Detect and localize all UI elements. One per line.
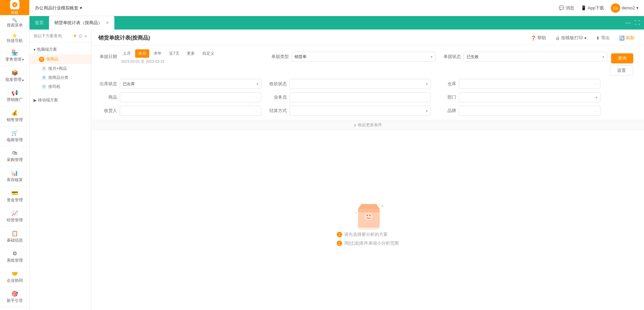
salesperson-input[interactable]: ···	[289, 92, 431, 102]
search-menu-label: 搜索菜单	[2, 22, 27, 28]
doc-status-select[interactable]: 已生效 ▾	[464, 52, 607, 62]
tip-num-2: 2	[337, 241, 342, 246]
sidebar-item-purchase[interactable]: 🛍 采购管理	[0, 147, 29, 166]
mobile-section-toggle[interactable]: ▶ 移动端方案	[30, 95, 91, 105]
collapse-arrow-icon: ∧	[354, 123, 357, 127]
page-title: 销货单统计表(按商品)	[98, 35, 150, 42]
svg-marker-1	[358, 204, 380, 209]
payment-status-dropdown-icon: ▾	[426, 82, 428, 86]
sidebar-item-sales[interactable]: 💰 销售管理	[0, 106, 29, 126]
scheme-collapse-button[interactable]: «	[85, 33, 87, 39]
header-left: 办公用品行业模拟账套 ▾	[35, 5, 82, 11]
product-label: 商品	[98, 94, 117, 100]
custom-btn[interactable]: 自定义	[199, 49, 217, 58]
sidebar-quick-nav[interactable]: ⭐ 快捷导航	[0, 31, 29, 46]
sidebar-item-app-center[interactable]: 📱 应用中心	[0, 307, 29, 310]
message-button[interactable]: 💬 消息	[559, 5, 574, 11]
payment-status-select[interactable]: ▾	[289, 79, 431, 89]
salesperson-dots-icon: ···	[424, 95, 428, 100]
this-year-btn[interactable]: 本年	[151, 49, 165, 58]
user-menu[interactable]: Ea demo2 ▾	[611, 3, 639, 13]
sales-icon: 💰	[11, 110, 18, 116]
tab-home[interactable]: 首页	[30, 16, 49, 30]
sidebar-item-system[interactable]: ⚙ 系统管理	[0, 247, 29, 267]
desktop-scheme-section: ▾ 电脑端方案 按 按商品 月 按月+商品 类 按商品分类 司 按司	[30, 43, 91, 93]
brand-input[interactable]: ···	[459, 106, 600, 116]
finance-icon: 💳	[11, 190, 18, 196]
department-select[interactable]: ▾	[459, 92, 600, 102]
refresh-button[interactable]: 🔄 刷新	[616, 34, 637, 42]
sidebar-search[interactable]: 🔍 搜索菜单	[0, 15, 29, 31]
tab-sales-stats[interactable]: 销货单统计表（按商品） ✕	[49, 16, 114, 30]
svg-text:✦: ✦	[355, 211, 357, 215]
collapse-bar[interactable]: ∧ 收起更多条件	[92, 120, 644, 130]
tab-minimize-button[interactable]: —	[624, 18, 632, 27]
action-buttons: 查询 设置	[607, 49, 637, 75]
sidebar-item-finance[interactable]: 💳 资金管理	[0, 187, 29, 207]
page-title-bar: 销货单统计表(按商品) ❓ 帮助 🖨 按模板打印 ▾ ⬇ 导出	[92, 30, 644, 45]
export-label: 导出	[601, 35, 610, 41]
page-actions: ❓ 帮助 🖨 按模板打印 ▾ ⬇ 导出 🔄 刷新	[528, 34, 637, 42]
help-button[interactable]: ❓ 帮助	[528, 34, 549, 42]
avatar: Ea	[611, 3, 620, 13]
sidebar-item-ecommerce[interactable]: 🛒 电商管理	[0, 126, 29, 147]
product-filter-cell: 商品 ···	[98, 92, 261, 102]
settlement-label: 结算方式	[268, 108, 287, 114]
settlement-select[interactable]: ▾	[289, 106, 431, 116]
export-button[interactable]: ⬇ 导出	[593, 34, 612, 42]
user-name: demo2	[622, 5, 635, 10]
tab-home-label: 首页	[35, 20, 44, 26]
sidebar-item-inventory[interactable]: 📊 库存核算	[0, 166, 29, 187]
scheme-settings-button[interactable]: ⊙	[78, 33, 83, 39]
last7-btn[interactable]: 近7天	[166, 49, 182, 58]
doc-type-filter-cell: 单据类型 销货单 ▾	[270, 52, 435, 62]
collapse-label: 收起更多条件	[358, 122, 382, 128]
product-input[interactable]: ···	[120, 92, 261, 102]
print-button[interactable]: 🖨 按模板打印 ▾	[553, 34, 589, 42]
sidebar-item-marketing[interactable]: 📢 营销推广	[0, 86, 29, 106]
scheme-sub-item-category[interactable]: 类 按商品分类	[30, 73, 91, 82]
sales-label: 销售管理	[7, 117, 23, 123]
scheme-panel-actions: + ⊙ «	[73, 33, 87, 39]
settlement-filter-cell: 结算方式 ▾	[268, 106, 431, 116]
settings-button[interactable]: 设置	[610, 65, 633, 75]
sidebar: 标账 🔍 搜索菜单 ⭐ 快捷导航 🏪 零售管理 ▾ 📦 批发管理 ▴ 📢 营销推…	[0, 0, 30, 310]
doc-status-label: 单据状态	[442, 54, 461, 60]
brand-filter-cell: 品牌 ···	[437, 106, 600, 116]
tab-close-icon[interactable]: ✕	[106, 20, 109, 25]
finance-label: 资金管理	[7, 197, 23, 203]
app-logo[interactable]: 标账	[0, 0, 29, 15]
scheme-item-by-product[interactable]: 按 按商品	[30, 54, 91, 64]
header-right: 💬 消息 📱 App下载 Ea demo2 ▾	[559, 3, 639, 13]
out-status-select[interactable]: 已出库 ▾	[120, 79, 261, 89]
scheme-add-button[interactable]: +	[73, 33, 76, 39]
sidebar-item-retail[interactable]: 🏪 零售管理 ▾	[0, 46, 29, 66]
receiver-input[interactable]: ···	[120, 106, 261, 116]
receiver-filter-cell: 收货人 ···	[98, 106, 261, 116]
industry-name: 办公用品行业模拟账套	[35, 5, 78, 11]
query-button[interactable]: 查询	[611, 53, 633, 63]
industry-selector[interactable]: 办公用品行业模拟账套 ▾	[35, 5, 82, 11]
sidebar-item-enterprise[interactable]: 🤝 企业协同	[0, 267, 29, 287]
scheme-sub-item-machine[interactable]: 司 按司机	[30, 82, 91, 91]
tab-maximize-button[interactable]: ⛶	[633, 18, 641, 27]
sidebar-item-wholesale[interactable]: 📦 批发管理 ▴	[0, 66, 29, 86]
last-month-btn[interactable]: 上月	[120, 49, 134, 58]
refresh-label: 刷新	[626, 35, 635, 41]
more-btn[interactable]: 更多	[184, 49, 198, 58]
operations-label: 经营管理	[7, 217, 23, 223]
tutorial-label: 新手引导	[7, 298, 23, 304]
warehouse-input[interactable]: ···	[459, 79, 600, 89]
sidebar-item-operations[interactable]: 📈 经营管理	[0, 207, 29, 227]
sidebar-item-tutorial[interactable]: 🎯 新手引导	[0, 287, 29, 307]
out-status-dropdown-icon: ▾	[257, 82, 258, 86]
this-month-btn[interactable]: 本月	[135, 49, 149, 58]
sidebar-item-basic[interactable]: 📋 基础信息	[0, 227, 29, 247]
app-download-button[interactable]: 📱 App下载	[581, 5, 604, 11]
date-range: 2023-03-01 至 2023-03-31	[121, 59, 263, 64]
out-status-value: 已出库	[123, 81, 135, 87]
doc-type-select[interactable]: 销货单 ▾	[291, 52, 435, 62]
scheme-sub-item-month-product[interactable]: 月 按月+商品	[30, 64, 91, 73]
scheme-panel-title: 按以下方案查询	[34, 33, 62, 39]
desktop-section-toggle[interactable]: ▾ 电脑端方案	[30, 45, 91, 54]
